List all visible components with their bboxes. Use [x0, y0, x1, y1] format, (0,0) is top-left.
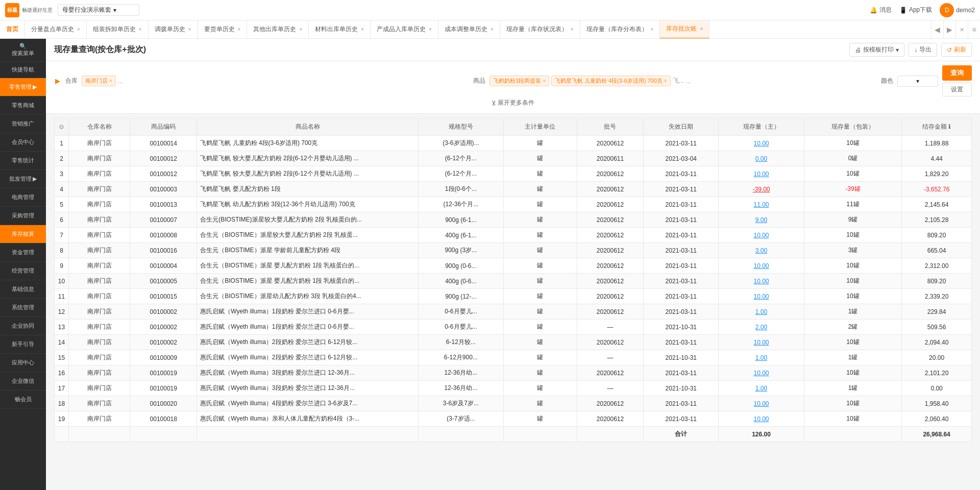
sidebar-item-finance[interactable]: 资金管理 [0, 243, 46, 262]
sidebar-item-inventory-check[interactable]: 库存核算 [0, 225, 46, 243]
row-qty-main[interactable]: 10.00 [719, 258, 804, 274]
row-qty-main[interactable]: 1.00 [719, 381, 804, 396]
tab-other-out-label: 其他出库单历史 [253, 25, 296, 34]
refresh-btn[interactable]: ↺ 刷新 [941, 43, 972, 57]
tab-inventory-batch[interactable]: 库存批次账 × [660, 20, 709, 39]
gear-icon[interactable]: ⚙ [59, 124, 64, 131]
sidebar-search[interactable]: 🔍 搜索菜单 [0, 39, 46, 62]
sidebar-item-basic-info[interactable]: 基础信息 [0, 280, 46, 299]
tab-home[interactable]: 首页 [0, 20, 25, 39]
sidebar-item-wholesale[interactable]: 批发管理 ▶ [0, 170, 46, 188]
export-btn[interactable]: ↓ 导出 [909, 43, 937, 57]
row-qty-main[interactable]: 10.00 [719, 136, 804, 151]
product-tag-1[interactable]: 飞鹤星飞帆 儿童奶粉 4段(3-6岁适用) 700克 × [551, 76, 671, 86]
row-qty-main[interactable]: 10.00 [719, 365, 804, 381]
row-warehouse: 南岸门店 [69, 365, 130, 381]
row-qty-main[interactable]: 10.00 [719, 396, 804, 411]
tab-other-out[interactable]: 其他出库单历史 × [247, 20, 309, 39]
row-qty-main[interactable]: 9.00 [719, 212, 804, 228]
row-qty-main[interactable]: 10.00 [719, 289, 804, 304]
row-qty-main[interactable]: 3.00 [719, 243, 804, 258]
settings-btn[interactable]: 设置 [942, 83, 972, 96]
tab-requisition[interactable]: 要货单历史 × [198, 20, 248, 39]
row-qty-main[interactable]: 0.00 [719, 151, 804, 166]
sidebar-item-enterprise-wechat[interactable]: 企业微信 [0, 372, 46, 390]
message-btn[interactable]: 🔔 消息 [870, 6, 892, 14]
tab-material-out-close[interactable]: × [361, 27, 364, 32]
tab-query-order-close[interactable]: × [188, 27, 191, 32]
query-btn[interactable]: 查询 [942, 65, 972, 81]
user-avatar-area[interactable]: D demo2 [940, 3, 975, 17]
sidebar-item-retail-mgmt[interactable]: 零售管理 ▶ [0, 78, 46, 96]
row-unit: 罐 [503, 243, 577, 258]
tab-inventory-split-close[interactable]: × [77, 27, 80, 32]
product-more-dots[interactable]: ... [686, 78, 691, 85]
row-qty-main[interactable]: 10.00 [719, 166, 804, 182]
row-qty-pack: -39罐 [804, 182, 901, 197]
tab-requisition-close[interactable]: × [238, 27, 241, 32]
tab-inventory-batch-close[interactable]: × [700, 26, 703, 32]
app-download-btn[interactable]: 📱 App下载 [899, 6, 932, 14]
row-qty-main[interactable]: 10.00 [719, 274, 804, 289]
sidebar-item-purchase[interactable]: 采购管理 [0, 207, 46, 225]
sidebar-item-enterprise-collab[interactable]: 企业协同 [0, 317, 46, 335]
tab-group-disassemble[interactable]: 组装拆卸单历史 × [87, 20, 149, 39]
row-qty-main[interactable]: 10.00 [719, 335, 804, 350]
col-unit: 主计量单位 [503, 118, 577, 136]
filter-expand-btn[interactable]: ▶ [54, 76, 61, 86]
tab-query-order[interactable]: 调拨单历史 × [149, 20, 198, 39]
tab-product-in-close[interactable]: × [429, 27, 432, 32]
tab-cost-adjust-close[interactable]: × [491, 27, 494, 32]
message-label: 消息 [879, 6, 892, 14]
tab-material-out[interactable]: 材料出库单历史 × [309, 20, 371, 39]
tab-inventory-dist[interactable]: 现存量（库存分布表） × [580, 20, 660, 39]
row-qty-main[interactable]: 1.00 [719, 304, 804, 320]
nav-close-all-btn[interactable]: × [955, 20, 968, 39]
row-qty-main[interactable]: 10.00 [719, 228, 804, 243]
sidebar-item-retail-stats[interactable]: 零售统计 [0, 152, 46, 170]
product-tag-1-remove[interactable]: × [664, 78, 667, 84]
sidebar-item-system[interactable]: 系统管理 [0, 299, 46, 317]
tab-inventory-split[interactable]: 分量盘点单历史 × [25, 20, 87, 39]
warehouse-tags-container: 南岸门店 × ... [82, 76, 469, 86]
sidebar-item-ops[interactable]: 经营管理 [0, 262, 46, 280]
tab-inventory-status-close[interactable]: × [571, 27, 574, 32]
tab-product-in[interactable]: 产成品入库单历史 × [371, 20, 438, 39]
sidebar-item-new-guide[interactable]: 新手引导 [0, 335, 46, 354]
row-qty-main[interactable]: -39.00 [719, 182, 804, 197]
product-tag-0-remove[interactable]: × [543, 78, 546, 84]
tab-group-disassemble-close[interactable]: × [139, 27, 142, 32]
col-settings[interactable]: ⚙ [55, 118, 69, 136]
print-btn[interactable]: 🖨 按模板打印 ▾ [849, 43, 904, 57]
row-qty-main[interactable]: 10.00 [719, 411, 804, 427]
table-row: 15南岸门店00100009惠氏启赋（Wyeth illuma）2段奶粉 爱尔兰… [55, 350, 972, 365]
color-dropdown-btn[interactable]: ▾ [897, 76, 938, 87]
sidebar-item-ecommerce[interactable]: 电商管理 [0, 188, 46, 207]
footer-empty-3 [130, 427, 197, 442]
tab-inventory-dist-close[interactable]: × [651, 27, 654, 32]
nav-prev-btn[interactable]: ◀ [931, 20, 943, 39]
warehouse-tag-0-remove[interactable]: × [109, 78, 112, 84]
nav-menu-btn[interactable]: ≡ [968, 20, 980, 39]
sidebar-item-app-center[interactable]: 应用中心 [0, 354, 46, 372]
account-selector[interactable]: 母婴行业演示账套 ▾ [58, 4, 139, 16]
warehouse-tag-0[interactable]: 南岸门店 × [82, 76, 116, 86]
row-expire: 2021-03-04 [644, 151, 719, 166]
tab-cost-adjust[interactable]: 成本调整单历史 × [438, 20, 500, 39]
tab-other-out-close[interactable]: × [299, 27, 302, 32]
row-qty-main[interactable]: 1.00 [719, 350, 804, 365]
table-row: 12南岸门店00100002惠氏启赋（Wyeth illuma）1段奶粉 爱尔兰… [55, 304, 972, 320]
warehouse-more[interactable]: ... [118, 78, 123, 85]
row-qty-main[interactable]: 11.00 [719, 197, 804, 212]
nav-next-btn[interactable]: ▶ [943, 20, 955, 39]
product-more[interactable]: 飞... [673, 77, 684, 85]
product-tag-0[interactable]: 飞鹤奶粉3段两提装 × [489, 76, 549, 86]
sidebar-quick-nav[interactable]: 快捷导航 [0, 62, 46, 78]
sidebar-item-marketing[interactable]: 营销推广 [0, 115, 46, 133]
sidebar-item-retail-mall[interactable]: 零售商城 [0, 96, 46, 115]
row-qty-main[interactable]: 2.00 [719, 320, 804, 335]
sidebar-item-member[interactable]: 会员中心 [0, 133, 46, 152]
expand-more-btn[interactable]: ⊻ 展开更多条件 [492, 99, 534, 107]
tab-inventory-status[interactable]: 现存量（库存状况表） × [500, 20, 580, 39]
sidebar-item-member-card[interactable]: 畅会员 [0, 390, 46, 409]
